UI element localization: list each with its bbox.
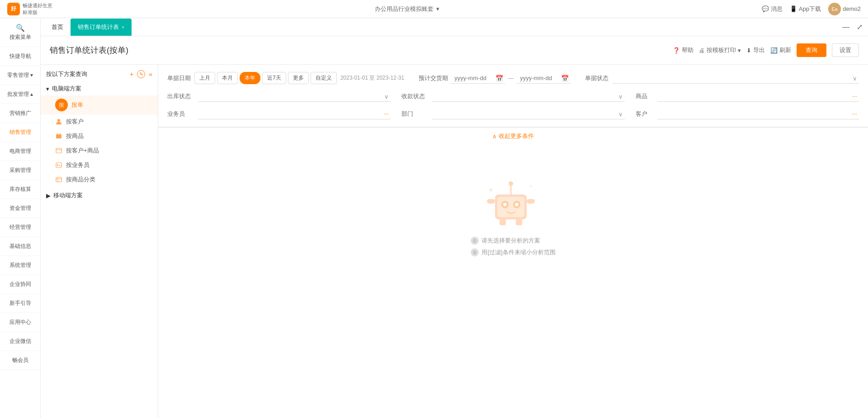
sidebar-item-inventory[interactable]: 库存核算 xyxy=(0,180,40,199)
customer-scheme-icon xyxy=(55,118,62,125)
goods-label: 商品 xyxy=(636,92,654,100)
sidebar-item-member[interactable]: 畅会员 xyxy=(0,351,40,370)
retail-expand-icon: ▾ xyxy=(30,72,33,78)
export-button[interactable]: ⬇ 导出 xyxy=(746,46,765,54)
filter-row-2: 出库状态 ∨ 收款状态 xyxy=(167,90,859,102)
goods-more-button[interactable]: ··· xyxy=(852,92,857,100)
content-area: 首页 销售订单统计表 × — ⤢ 销售订单统计表(按单) ❓ 帮助 🖨 xyxy=(41,18,868,418)
filter-row-3: 业务员 ··· 部门 ∨ xyxy=(167,108,859,119)
search-icon: 🔍 xyxy=(3,24,38,32)
sidebar: 🔍 搜索菜单 快捷导航 零售管理 ▾ 批发管理 ▴ 营销推广 销售管理 电商管理… xyxy=(0,18,41,418)
mobile-group-arrow-icon: ▶ xyxy=(46,192,51,199)
this-month-btn[interactable]: 本月 xyxy=(217,72,238,84)
sidebar-item-appcenter[interactable]: 应用中心 xyxy=(0,313,40,332)
payment-status-select[interactable] xyxy=(432,91,625,102)
customer-more-button[interactable]: ··· xyxy=(852,110,857,117)
sidebar-item-enterprise[interactable]: 企业协同 xyxy=(0,275,40,294)
workspace-title-area[interactable]: 办公用品行业模拟账套 ▾ xyxy=(375,5,439,13)
svg-rect-2 xyxy=(56,148,61,153)
last-month-btn[interactable]: 上月 xyxy=(194,72,215,84)
sidebar-item-ecommerce[interactable]: 电商管理 xyxy=(0,142,40,161)
scheme-panel-header: 按以下方案查询 + ✎ « xyxy=(41,70,158,82)
workspace-chevron-icon[interactable]: ▾ xyxy=(436,5,439,12)
scheme-group-desktop: ▾ 电脑端方案 按 按单 按客户 xyxy=(41,82,158,187)
dept-select[interactable] xyxy=(432,109,625,119)
scheme-add-button[interactable]: + xyxy=(130,71,133,78)
svg-point-0 xyxy=(57,119,60,122)
scheme-collapse-button[interactable]: « xyxy=(149,71,152,78)
date-label: 单据日期 xyxy=(167,74,191,82)
out-status-label: 出库状态 xyxy=(167,92,194,100)
scheme-item-by-salesman[interactable]: 按业务员 xyxy=(41,158,158,172)
payment-status-label: 收款状态 xyxy=(401,92,429,100)
calendar-from-icon[interactable]: 📅 xyxy=(495,75,503,82)
sidebar-item-retail[interactable]: 零售管理 ▾ xyxy=(0,66,40,85)
tab-home[interactable]: 首页 xyxy=(44,19,71,36)
goods-category-scheme-icon xyxy=(55,176,62,183)
sidebar-item-marketing[interactable]: 营销推广 xyxy=(0,104,40,123)
scheme-active-dot: 按 xyxy=(55,99,68,111)
svg-rect-19 xyxy=(527,199,535,204)
status-select[interactable] xyxy=(612,73,859,84)
sidebar-search[interactable]: 🔍 搜索菜单 xyxy=(0,18,40,47)
scheme-item-by-goods[interactable]: 按商品 xyxy=(41,129,158,143)
delivery-to-wrap: 📅 xyxy=(516,73,571,84)
scheme-group-desktop-header[interactable]: ▾ 电脑端方案 xyxy=(41,82,158,95)
tab-bar-actions: — ⤢ xyxy=(840,21,864,33)
scheme-item-by-order[interactable]: 按 按单 xyxy=(41,95,158,114)
refresh-button[interactable]: 🔄 刷新 xyxy=(770,46,791,54)
calendar-to-icon[interactable]: 📅 xyxy=(561,75,569,82)
collapse-more-conditions-button[interactable]: ∧ 收起更多条件 xyxy=(158,127,868,145)
app-download-button[interactable]: 📱 App下载 xyxy=(790,5,821,13)
scheme-item-by-customer-goods[interactable]: 按客户+商品 xyxy=(41,143,158,158)
sidebar-item-sales[interactable]: 销售管理 xyxy=(0,123,40,142)
scheme-panel-icons: + ✎ « xyxy=(130,70,152,78)
tab-bar: 首页 销售订单统计表 × — ⤢ xyxy=(41,18,868,36)
svg-point-14 xyxy=(503,203,507,206)
scheme-edit-button[interactable]: ✎ xyxy=(137,70,145,78)
settings-button[interactable]: 设置 xyxy=(832,43,859,57)
page-header: 销售订单统计表(按单) ❓ 帮助 🖨 按模板打印 ▾ ⬇ 导出 🔄 刷新 xyxy=(41,36,868,65)
help-button[interactable]: ❓ 帮助 xyxy=(673,46,693,54)
query-button[interactable]: 查询 xyxy=(797,43,826,57)
sidebar-item-basic[interactable]: 基础信息 xyxy=(0,237,40,256)
tab-maximize-button[interactable]: ⤢ xyxy=(855,21,864,33)
filter-content-area: 单据日期 上月 本月 本年 近7天 更多 自定义 2023-01-01 至 20… xyxy=(158,65,868,418)
tab-sales-order-summary[interactable]: 销售订单统计表 × xyxy=(71,19,132,36)
sidebar-item-quicknav[interactable]: 快捷导航 xyxy=(0,47,40,66)
7days-btn[interactable]: 近7天 xyxy=(262,72,286,84)
this-year-btn[interactable]: 本年 xyxy=(240,72,260,84)
more-btn[interactable]: 更多 xyxy=(288,72,309,84)
sidebar-item-finance[interactable]: 资金管理 xyxy=(0,199,40,218)
custom-btn[interactable]: 自定义 xyxy=(311,72,337,84)
sidebar-item-corpwechat[interactable]: 企业微信 xyxy=(0,332,40,351)
sidebar-item-newuser[interactable]: 新手引导 xyxy=(0,294,40,313)
print-button[interactable]: 🖨 按模板打印 ▾ xyxy=(699,46,741,54)
empty-hint-2: ② 用[过滤]条件来缩小分析范围 xyxy=(471,248,555,256)
print-dropdown-icon[interactable]: ▾ xyxy=(738,47,741,54)
date-buttons: 上月 本月 本年 近7天 更多 自定义 xyxy=(194,72,337,84)
scheme-item-by-customer[interactable]: 按客户 xyxy=(41,114,158,129)
status-label: 单据状态 xyxy=(585,74,609,82)
message-button[interactable]: 💬 消息 xyxy=(762,5,783,13)
user-profile[interactable]: Ea demo2 xyxy=(828,3,861,15)
top-bar-right: 💬 消息 📱 App下载 Ea demo2 xyxy=(762,3,861,15)
scheme-group-mobile-header[interactable]: ▶ 移动端方案 xyxy=(41,189,158,202)
empty-hints-list: ① 请先选择要分析的方案 ② 用[过滤]条件来缩小分析范围 xyxy=(471,237,555,260)
dept-label: 部门 xyxy=(401,110,429,118)
payment-status-select-wrap: ∨ xyxy=(432,91,625,102)
body-wrapper: 按以下方案查询 + ✎ « ▾ 电脑端方案 按 xyxy=(41,65,868,418)
sidebar-item-purchase[interactable]: 采购管理 xyxy=(0,161,40,180)
svg-point-17 xyxy=(509,181,513,186)
sidebar-item-system[interactable]: 系统管理 xyxy=(0,256,40,275)
empty-hint-1: ① 请先选择要分析的方案 xyxy=(471,237,555,245)
collapse-icon: ∧ xyxy=(492,133,497,140)
out-status-select[interactable] xyxy=(198,91,391,102)
sidebar-item-wholesale[interactable]: 批发管理 ▴ xyxy=(0,85,40,104)
scheme-item-by-goods-category[interactable]: 按商品分类 xyxy=(41,172,158,187)
tab-close-icon[interactable]: × xyxy=(122,24,124,30)
filter-dept: 部门 ∨ xyxy=(401,108,625,119)
salesman-more-button[interactable]: ··· xyxy=(383,110,389,117)
sidebar-item-operations[interactable]: 经营管理 xyxy=(0,218,40,237)
tab-restore-button[interactable]: — xyxy=(840,21,851,33)
